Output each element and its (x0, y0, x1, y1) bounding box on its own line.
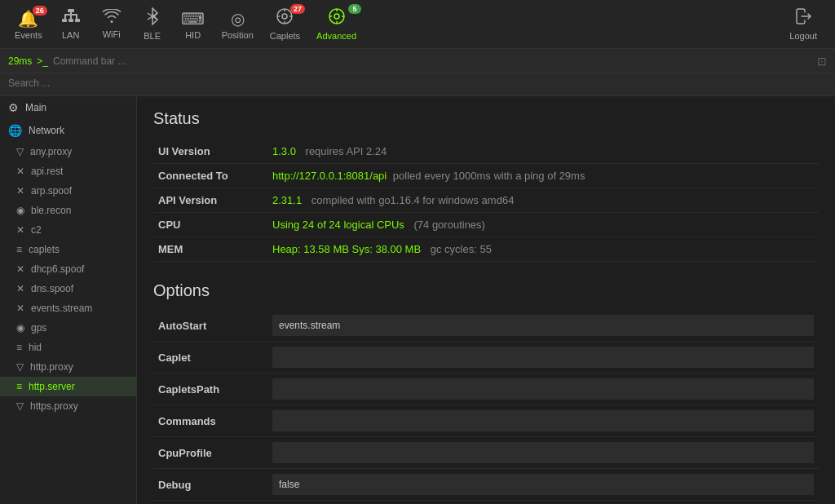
ping-value: 29ms (8, 55, 32, 67)
logout-button[interactable]: Logout (778, 4, 828, 44)
caplet-label: Caplet (153, 342, 267, 374)
main-layout: ⚙ Main 🌐 Network ▽ any.proxy ✕ api.rest … (0, 96, 835, 504)
hid-icon: ⌨ (181, 9, 205, 29)
api-version-value: 2.31.1 compiled with go1.16.4 for window… (267, 188, 819, 213)
sidebar-item-any-proxy[interactable]: ▽ any.proxy (0, 142, 136, 161)
expand-icon[interactable]: ⊡ (817, 55, 827, 68)
ble-icon (146, 7, 159, 29)
cpu-label: CPU (153, 213, 267, 237)
svg-rect-5 (64, 14, 66, 19)
sidebar-item-http-server[interactable]: ≡ http.server (0, 377, 136, 396)
sidebar-ble-recon-label: ble.recon (31, 205, 71, 216)
api-version-label: API Version (153, 188, 267, 213)
table-row: EnvFile (153, 501, 819, 505)
network-group-icon: 🌐 (8, 124, 22, 137)
connected-to-main: http://127.0.0.1:8081/api (272, 170, 387, 182)
commands-label: Commands (153, 405, 267, 437)
mem-main: Heap: 13.58 MB Sys: 38.00 MB (272, 243, 421, 255)
nav-hid[interactable]: ⌨ HID (173, 6, 214, 43)
ui-version-value: 1.3.0 requires API 2.24 (267, 139, 819, 164)
any-proxy-icon: ▽ (16, 146, 24, 157)
sidebar-item-arp-spoof[interactable]: ✕ arp.spoof (0, 181, 136, 201)
nav-caplets[interactable]: 27 Caplets (262, 4, 308, 44)
capletspath-label: CapletsPath (153, 374, 267, 405)
command-bar: 29ms >_ ⊡ (0, 49, 835, 73)
debug-input[interactable] (272, 474, 814, 495)
commands-input[interactable] (272, 410, 814, 431)
cpuprofile-input[interactable] (272, 442, 814, 463)
table-row: CpuProfile (153, 437, 819, 469)
status-section: Status UI Version 1.3.0 requires API 2.2… (153, 109, 819, 262)
sidebar-events-stream-label: events.stream (31, 303, 92, 314)
sidebar: ⚙ Main 🌐 Network ▽ any.proxy ✕ api.rest … (0, 96, 137, 504)
sidebar-https-proxy-label: https.proxy (30, 400, 78, 412)
cpu-value: Using 24 of 24 logical CPUs (74 goroutin… (267, 213, 819, 237)
sidebar-network-label: Network (29, 125, 64, 136)
table-row: AutoStart (153, 310, 819, 342)
sidebar-any-proxy-label: any.proxy (30, 146, 72, 157)
autostart-input[interactable] (272, 315, 814, 336)
prompt-icon: >_ (37, 55, 48, 67)
command-input[interactable] (53, 55, 817, 67)
wifi-icon (103, 9, 121, 28)
lan-icon (61, 8, 81, 29)
sidebar-main-label: Main (25, 102, 46, 113)
svg-rect-7 (70, 14, 72, 19)
svg-rect-6 (76, 14, 77, 19)
nav-lan[interactable]: LAN (51, 5, 91, 43)
sidebar-item-hid[interactable]: ≡ hid (0, 338, 136, 357)
sidebar-item-dhcp6-spoof[interactable]: ✕ dhcp6.spoof (0, 259, 136, 279)
status-table: UI Version 1.3.0 requires API 2.24 Conne… (153, 139, 819, 262)
nav-advanced-label: Advanced (316, 31, 356, 41)
sidebar-item-events-stream[interactable]: ✕ events.stream (0, 298, 136, 318)
search-bar (0, 73, 835, 96)
sidebar-item-dns-spoof[interactable]: ✕ dns.spoof (0, 279, 136, 298)
svg-rect-0 (62, 19, 67, 22)
nav-ble[interactable]: BLE (132, 4, 173, 44)
https-proxy-icon: ▽ (16, 400, 24, 412)
position-icon: ◎ (231, 9, 245, 29)
connected-to-value: http://127.0.0.1:8081/api polled every 1… (267, 164, 819, 188)
sidebar-group-main[interactable]: ⚙ Main (0, 96, 136, 119)
ble-recon-icon: ◉ (16, 205, 24, 216)
nav-wifi[interactable]: WiFi (91, 6, 132, 42)
sidebar-item-caplets[interactable]: ≡ caplets (0, 240, 136, 259)
connected-to-label: Connected To (153, 164, 267, 188)
nav-position[interactable]: ◎ Position (214, 6, 262, 43)
nav-events[interactable]: 🔔 26 Events (7, 6, 51, 43)
advanced-icon (328, 7, 346, 29)
svg-point-12 (282, 14, 287, 19)
sidebar-item-c2[interactable]: ✕ c2 (0, 220, 136, 240)
sidebar-dns-spoof-label: dns.spoof (31, 283, 73, 294)
table-row: API Version 2.31.1 compiled with go1.16.… (153, 188, 819, 213)
nav-advanced[interactable]: 5 Advanced (308, 4, 364, 44)
capletspath-input[interactable] (272, 378, 814, 400)
dns-spoof-icon: ✕ (16, 283, 24, 294)
hid-sidebar-icon: ≡ (16, 342, 22, 353)
mem-value: Heap: 13.58 MB Sys: 38.00 MB gc cycles: … (267, 237, 819, 262)
caplets-sidebar-icon: ≡ (16, 244, 22, 255)
search-input[interactable] (8, 77, 827, 89)
sidebar-item-api-rest[interactable]: ✕ api.rest (0, 161, 136, 181)
nav-caplets-label: Caplets (270, 31, 300, 41)
connected-to-sub: polled every 1000ms with a ping of 29ms (393, 170, 585, 182)
svg-rect-1 (68, 19, 73, 22)
options-section: Options AutoStart Caplet CapletsPath (153, 281, 819, 504)
sidebar-http-proxy-label: http.proxy (30, 361, 73, 373)
events-badge: 26 (33, 6, 47, 15)
ui-version-main: 1.3.0 (272, 145, 296, 157)
sidebar-item-ble-recon[interactable]: ◉ ble.recon (0, 201, 136, 220)
ui-version-label: UI Version (153, 139, 267, 164)
gps-icon: ◉ (16, 322, 24, 334)
sidebar-item-gps[interactable]: ◉ gps (0, 318, 136, 338)
cpu-main: Using 24 of 24 logical CPUs (272, 219, 404, 231)
c2-icon: ✕ (16, 224, 24, 236)
sidebar-item-https-proxy[interactable]: ▽ https.proxy (0, 396, 136, 416)
sidebar-item-http-proxy[interactable]: ▽ http.proxy (0, 357, 136, 377)
sidebar-group-network[interactable]: 🌐 Network (0, 119, 136, 142)
table-row: Caplet (153, 342, 819, 374)
sidebar-api-rest-label: api.rest (31, 166, 63, 177)
debug-label: Debug (153, 469, 267, 501)
caplet-input[interactable] (272, 347, 814, 368)
api-version-main: 2.31.1 (272, 194, 302, 206)
